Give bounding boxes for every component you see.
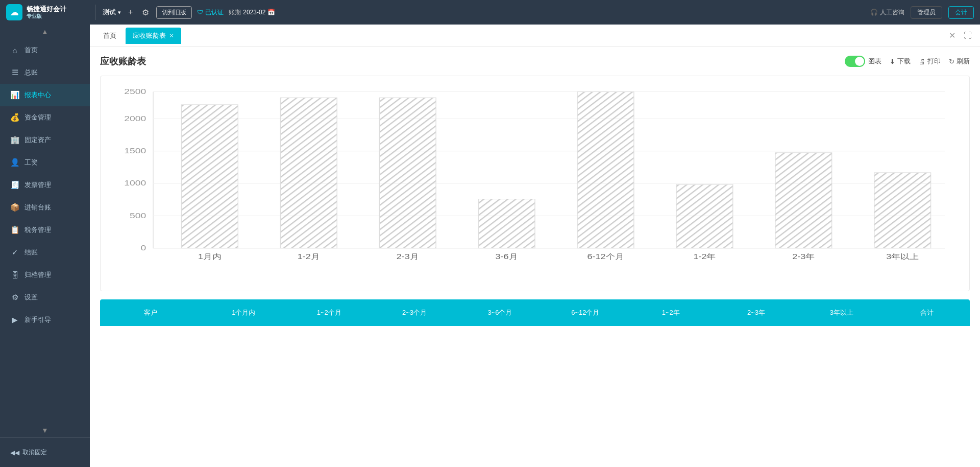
th-3year-plus: 3年以上 (799, 308, 884, 317)
project-selector[interactable]: 测试 ▾ (103, 8, 121, 17)
guide-icon: ▶ (10, 315, 19, 324)
accountant-button[interactable]: 会计 (948, 6, 974, 19)
svg-text:1-2年: 1-2年 (693, 253, 716, 261)
report-header: 应收账龄表 图表 ⬇ 下载 🖨 打印 (100, 55, 970, 67)
tab-report[interactable]: 应收账龄表 ✕ (126, 28, 181, 44)
report-title: 应收账龄表 (100, 55, 146, 67)
report-container: 应收账龄表 图表 ⬇ 下载 🖨 打印 (90, 47, 980, 467)
sidebar-item-settings[interactable]: ⚙ 设置 (0, 286, 90, 309)
bar-3年以上 (874, 173, 931, 248)
sidebar-scroll-up[interactable]: ▲ (40, 27, 50, 37)
expand-icon[interactable]: ⛶ (962, 29, 974, 42)
bar-2-3年 (775, 153, 832, 248)
sidebar-item-label: 进销台账 (24, 203, 51, 212)
app-edition: 专业版 (27, 13, 66, 19)
sidebar-item-assets[interactable]: 🏢 固定资产 (0, 129, 90, 151)
svg-text:2000: 2000 (124, 114, 146, 123)
sidebar-item-reports[interactable]: 📊 报表中心 (0, 84, 90, 106)
settings-button[interactable]: ⚙ (140, 6, 151, 19)
svg-text:1-2月: 1-2月 (298, 253, 320, 261)
sidebar-item-label: 报表中心 (24, 90, 51, 100)
sidebar-item-label: 固定资产 (24, 135, 51, 145)
archive-icon: 🗄 (10, 271, 19, 279)
refresh-button[interactable]: ↻ 刷新 (949, 57, 970, 66)
sidebar-item-label: 发票管理 (24, 180, 51, 190)
customer-service-button[interactable]: 🎧 人工咨询 (870, 8, 904, 17)
svg-text:2-3年: 2-3年 (792, 253, 815, 261)
print-icon: 🖨 (919, 58, 925, 65)
settings-sidebar-icon: ⚙ (10, 293, 19, 302)
print-button[interactable]: 🖨 打印 (919, 57, 941, 66)
calendar-icon[interactable]: 📅 (267, 9, 275, 16)
svg-text:1月内: 1月内 (198, 253, 222, 261)
sidebar-item-funds[interactable]: 💰 资金管理 (0, 106, 90, 129)
svg-text:500: 500 (130, 211, 146, 220)
sidebar-item-guide[interactable]: ▶ 新手引导 (0, 309, 90, 331)
content-area: 首页 应收账龄表 ✕ ✕ ⛶ 应收账龄表 图表 (90, 25, 980, 467)
sidebar-item-label: 税务管理 (24, 225, 51, 235)
chart-toggle-switch[interactable] (845, 56, 865, 67)
bar-1月内 (182, 105, 238, 248)
sidebar: ▲ ⌂ 首页 ☰ 总账 📊 报表中心 💰 资金管理 🏢 固定资产 (0, 25, 90, 467)
logo-text: 畅捷通好会计 专业版 (27, 5, 66, 19)
tab-home[interactable]: 首页 (96, 28, 124, 44)
app-name: 畅捷通好会计 (27, 5, 66, 13)
pin-icon: ◀◀ (10, 449, 19, 456)
sidebar-item-label: 设置 (24, 293, 38, 302)
sidebar-scroll-down[interactable]: ▼ (40, 425, 50, 435)
svg-text:1000: 1000 (124, 179, 146, 188)
tab-close-icon[interactable]: ✕ (169, 32, 174, 39)
funds-icon: 💰 (10, 113, 19, 122)
refresh-icon: ↻ (949, 58, 954, 65)
sidebar-item-label: 结账 (24, 248, 38, 257)
manager-button[interactable]: 管理员 (911, 6, 942, 19)
svg-text:2500: 2500 (124, 87, 146, 96)
tab-bar-right: ✕ ⛶ (947, 29, 974, 42)
add-button[interactable]: + (126, 6, 135, 19)
close-window-icon[interactable]: ✕ (947, 29, 958, 42)
logo-icon: ☁ (6, 4, 22, 20)
salary-icon: 👤 (10, 158, 19, 167)
sidebar-item-tax[interactable]: 📋 税务管理 (0, 219, 90, 241)
sidebar-item-label: 总账 (24, 68, 38, 77)
th-1-2year: 1~2年 (628, 308, 714, 317)
download-button[interactable]: ⬇ 下载 (890, 57, 911, 66)
svg-text:0: 0 (140, 243, 146, 252)
sidebar-item-archive[interactable]: 🗄 归档管理 (0, 264, 90, 286)
print-label: 打印 (927, 57, 941, 66)
th-2-3month: 2~3个月 (372, 308, 457, 317)
topbar-right: 🎧 人工咨询 管理员 会计 (870, 6, 974, 19)
sidebar-item-label: 新手引导 (24, 315, 51, 324)
th-1month: 1个月内 (201, 308, 286, 317)
inventory-icon: 📦 (10, 203, 19, 212)
svg-text:1500: 1500 (124, 146, 146, 155)
sidebar-item-invoice[interactable]: 🧾 发票管理 (0, 174, 90, 196)
th-total: 合计 (885, 308, 970, 317)
switch-old-version-button[interactable]: 切到旧版 (156, 6, 192, 19)
sidebar-item-ledger[interactable]: ☰ 总账 (0, 61, 90, 84)
tab-report-label: 应收账龄表 (133, 31, 166, 40)
headset-icon: 🎧 (870, 9, 878, 16)
pin-label: 取消固定 (22, 448, 47, 457)
gear-icon: ⚙ (142, 8, 149, 17)
bar-1-2月 (280, 98, 337, 248)
home-icon: ⌂ (10, 46, 19, 55)
th-2-3year: 2~3年 (714, 308, 799, 317)
sidebar-item-closing[interactable]: ✓ 结账 (0, 241, 90, 264)
th-3-6month: 3~6个月 (457, 308, 543, 317)
th-customer: 客户 (100, 308, 201, 317)
sidebar-item-label: 工资 (24, 158, 38, 167)
unpin-button[interactable]: ◀◀ 取消固定 (0, 443, 90, 462)
svg-text:3-6月: 3-6月 (496, 253, 518, 261)
bar-2-3月 (379, 98, 436, 248)
sidebar-item-salary[interactable]: 👤 工资 (0, 151, 90, 174)
invoice-icon: 🧾 (10, 180, 19, 190)
report-actions: 图表 ⬇ 下载 🖨 打印 ↻ 刷新 (845, 56, 970, 67)
sidebar-item-label: 资金管理 (24, 113, 51, 122)
th-6-12month: 6~12个月 (543, 308, 628, 317)
sidebar-item-home[interactable]: ⌂ 首页 (0, 39, 90, 61)
logo-symbol: ☁ (10, 8, 18, 17)
sidebar-item-inventory[interactable]: 📦 进销台账 (0, 196, 90, 219)
svg-text:3年以上: 3年以上 (886, 253, 919, 261)
sidebar-item-label: 归档管理 (24, 270, 51, 279)
